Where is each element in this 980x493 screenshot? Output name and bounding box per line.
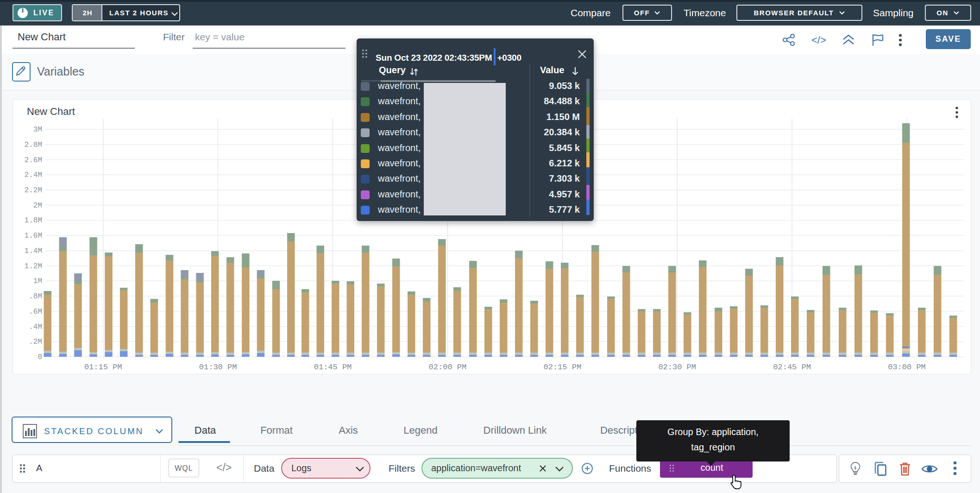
- svg-text:1.2M: 1.2M: [25, 262, 42, 271]
- svg-text:1.8M: 1.8M: [25, 216, 42, 225]
- svg-text:01:15 PM: 01:15 PM: [84, 363, 122, 372]
- svg-text:02:15 PM: 02:15 PM: [543, 363, 581, 372]
- svg-text:2M: 2M: [33, 202, 42, 210]
- svg-text:2.2M: 2.2M: [25, 186, 42, 195]
- svg-text:.8M: .8M: [29, 292, 42, 301]
- svg-text:2.8M: 2.8M: [25, 141, 42, 149]
- svg-text:03:00 PM: 03:00 PM: [888, 363, 926, 372]
- svg-text:1.4M: 1.4M: [25, 247, 42, 255]
- svg-text:0: 0: [38, 353, 42, 361]
- svg-text:1.6M: 1.6M: [25, 232, 42, 240]
- svg-text:2.4M: 2.4M: [25, 171, 42, 179]
- svg-text:1M: 1M: [33, 277, 42, 285]
- svg-text:.4M: .4M: [29, 323, 42, 331]
- svg-text:.6M: .6M: [29, 308, 42, 316]
- svg-text:02:45 PM: 02:45 PM: [773, 363, 811, 372]
- svg-text:.2M: .2M: [29, 338, 42, 346]
- svg-text:01:30 PM: 01:30 PM: [199, 363, 237, 372]
- svg-text:01:45 PM: 01:45 PM: [314, 363, 352, 372]
- svg-text:3M: 3M: [33, 126, 42, 134]
- svg-text:2.6M: 2.6M: [25, 156, 42, 164]
- svg-text:02:30 PM: 02:30 PM: [658, 363, 696, 372]
- svg-text:02:00 PM: 02:00 PM: [429, 363, 467, 372]
